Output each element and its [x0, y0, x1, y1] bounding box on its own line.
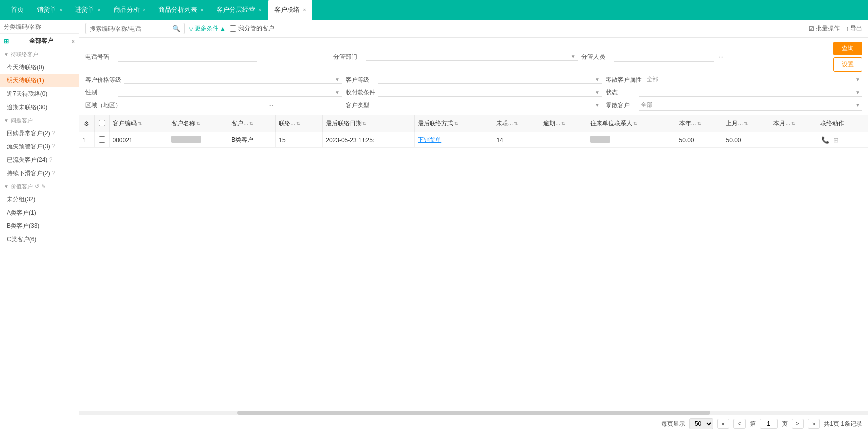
col-this-month: 本月...⇅	[770, 115, 817, 132]
cell-customer-name	[168, 132, 228, 148]
region-more-icon[interactable]: ···	[268, 102, 273, 109]
filter-region: 区域（地区） ···	[85, 101, 342, 110]
sidebar-all-customers[interactable]: ⊞ 全部客户 «	[0, 34, 79, 48]
phone-action-icon[interactable]: 📞	[821, 136, 829, 144]
col-overdue: 逾期...⇅	[540, 115, 587, 132]
upload-icon: ↑	[846, 25, 849, 32]
customer-level-select[interactable]: ▼	[378, 76, 602, 84]
grid-action-icon[interactable]: ⊞	[833, 136, 839, 144]
sidebar-search-input[interactable]	[4, 23, 78, 30]
phone-input[interactable]	[118, 52, 257, 62]
sort-icon-type[interactable]: ⇅	[249, 121, 253, 126]
set-button[interactable]: 设置	[833, 57, 862, 72]
sidebar-collapse-icon[interactable]: «	[72, 38, 75, 45]
sidebar-item-today-pending[interactable]: 今天待联络(0)	[0, 61, 79, 74]
sidebar-item-class-c[interactable]: C类客户(6)	[0, 233, 79, 246]
nav-close-customer-tier[interactable]: ×	[258, 7, 261, 13]
sort-icon-code[interactable]: ⇅	[138, 121, 142, 126]
sidebar-item-class-a[interactable]: A类客户(1)	[0, 206, 79, 219]
nav-home[interactable]: 首页	[5, 0, 30, 20]
retail-attr-select[interactable]: 全部 ▼	[645, 74, 862, 85]
sort-icon-person[interactable]: ⇅	[633, 121, 637, 126]
prev-page-btn[interactable]: <	[733, 419, 746, 429]
sidebar-item-repurchase-abnormal[interactable]: 回购异常客户(2) ?	[0, 127, 79, 140]
toolbar-right: ☑ 批量操作 ↑ 导出	[809, 24, 862, 33]
price-level-select[interactable]: ▼	[124, 76, 342, 84]
select-all-checkbox[interactable]	[99, 120, 105, 126]
chevron-down-icon-3: ▼	[595, 77, 600, 82]
page-number-input[interactable]	[760, 419, 778, 429]
my-customers-checkbox[interactable]	[230, 25, 236, 32]
manager-input[interactable]	[614, 52, 714, 62]
nav-sales-order[interactable]: 销货单 ×	[31, 0, 68, 20]
page-size-select[interactable]: 50	[689, 418, 713, 429]
col-last-contact-date: 最后联络日期⇅	[323, 115, 415, 132]
gender-select[interactable]: ▼	[118, 89, 342, 97]
last-page-btn[interactable]: »	[808, 419, 820, 429]
filter-status: 状态 ▼	[606, 88, 862, 97]
sidebar-item-tomorrow-pending[interactable]: 明天待联络(1)	[0, 74, 79, 87]
sort-icon-year[interactable]: ⇅	[697, 121, 701, 126]
customer-type-select[interactable]: ▼	[378, 101, 602, 109]
nav-product-analysis-list[interactable]: 商品分析列表 ×	[152, 0, 209, 20]
export-btn[interactable]: ↑ 导出	[846, 24, 862, 33]
cell-unlinkdays: 14	[493, 132, 540, 148]
sort-icon-overdue[interactable]: ⇅	[561, 121, 565, 126]
nav-purchase-order[interactable]: 进货单 ×	[69, 0, 106, 20]
sort-icon-tmonth[interactable]: ⇅	[791, 121, 795, 126]
sort-icon-lmonth[interactable]: ⇅	[744, 121, 748, 126]
sidebar-item-churn-warning[interactable]: 流失预警客户(3) ?	[0, 140, 79, 153]
filter-manager: 分管人员 ···	[581, 52, 825, 62]
chevron-down-icon-9: ▼	[855, 102, 860, 108]
search-input[interactable]	[90, 25, 170, 32]
edit-icon[interactable]: ✎	[41, 183, 46, 190]
triangle-icon-2: ▼	[4, 118, 9, 123]
sort-icon-name[interactable]: ⇅	[196, 121, 200, 126]
toolbar: 🔍 ▽ 更多条件 ▲ 我分管的客户 ☑ 批量操作 ↑ 导出	[79, 20, 868, 38]
query-button[interactable]: 查询	[833, 42, 862, 55]
sidebar-item-7day-pending[interactable]: 近7天待联络(0)	[0, 87, 79, 101]
col-customer-type: 客户...⇅	[228, 115, 276, 132]
my-customers-checkbox-label[interactable]: 我分管的客户	[230, 24, 274, 33]
nav-customer-contact[interactable]: 客户联络 ×	[268, 0, 312, 20]
col-checkbox[interactable]	[94, 115, 109, 132]
sidebar-item-ungrouped[interactable]: 未分组(32)	[0, 193, 79, 206]
last-method-link[interactable]: 下销货单	[418, 136, 441, 143]
sort-icon-unlink[interactable]: ⇅	[514, 121, 518, 126]
retail-customer-select[interactable]: 全部 ▼	[639, 100, 862, 111]
nav-customer-tier[interactable]: 客户分层经营 ×	[211, 0, 267, 20]
sort-icon-count[interactable]: ⇅	[296, 121, 300, 126]
row-checkbox[interactable]	[99, 136, 105, 143]
main-layout: 🔍 ⊞ 全部客户 « ▼ 待联络客户 今天待联络(0) 明天待联络(1) 近7天…	[0, 20, 868, 432]
sidebar-item-class-b[interactable]: B类客户(33)	[0, 219, 79, 233]
filter-customer-type: 客户类型 ▼	[346, 101, 602, 110]
nav-close-sales[interactable]: ×	[59, 7, 62, 13]
filter-retail-attr: 零散客户属性 全部 ▼	[606, 74, 862, 85]
more-conditions-btn[interactable]: ▽ 更多条件 ▲	[189, 24, 226, 33]
horizontal-scrollbar[interactable]	[79, 411, 868, 415]
sort-icon-date[interactable]: ⇅	[362, 121, 366, 126]
nav-product-analysis[interactable]: 商品分析 ×	[108, 0, 151, 20]
region-input[interactable]	[124, 101, 263, 110]
dept-select[interactable]: ▼	[366, 53, 577, 61]
nav-close-purchase[interactable]: ×	[97, 7, 100, 13]
next-page-btn[interactable]: >	[792, 419, 804, 429]
sidebar-item-churned[interactable]: 已流失客户(24) ?	[0, 153, 79, 167]
first-page-btn[interactable]: «	[717, 419, 729, 429]
nav-close-product-analysis[interactable]: ×	[143, 7, 145, 13]
filter-retail-customer: 零散客户 全部 ▼	[606, 100, 862, 111]
sort-icon-method[interactable]: ⇅	[454, 121, 458, 126]
nav-close-product-list[interactable]: ×	[200, 7, 203, 13]
refresh-icon[interactable]: ↺	[35, 183, 39, 190]
checkbox-icon: ☑	[809, 25, 814, 32]
sidebar-item-declining[interactable]: 持续下滑客户(2) ?	[0, 167, 79, 180]
payment-select[interactable]: ▼	[378, 89, 602, 97]
search-icon[interactable]: 🔍	[172, 25, 180, 32]
sidebar-item-overdue-pending[interactable]: 逾期未联络(30)	[0, 101, 79, 114]
cell-checkbox[interactable]	[94, 132, 109, 148]
col-gear[interactable]: ⚙	[79, 115, 94, 132]
more-icon[interactable]: ···	[719, 53, 723, 60]
batch-op-btn[interactable]: ☑ 批量操作	[809, 24, 840, 33]
status-select[interactable]: ▼	[639, 89, 862, 97]
nav-close-customer-contact[interactable]: ×	[303, 7, 306, 13]
